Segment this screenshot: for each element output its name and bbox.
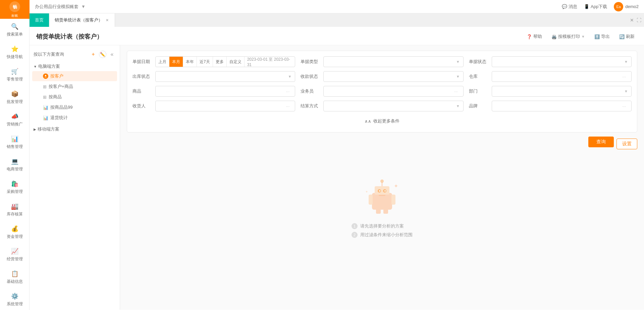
tree-group-mobile[interactable]: ▶ 移动端方案 xyxy=(30,125,120,134)
export-label: 导出 xyxy=(601,34,610,40)
tab-close-icon[interactable]: ✕ xyxy=(105,18,109,22)
sidebar-item-finance-label: 资金管理 xyxy=(7,234,23,240)
tree-group-desktop[interactable]: ▼ 电脑端方案 xyxy=(30,62,120,71)
tree-item-by-customer-goods[interactable]: ⊞ 按客户+商品 xyxy=(32,82,117,92)
sidebar-item-sales[interactable]: 📊 销售管理 xyxy=(0,131,29,154)
salesman-dots[interactable]: ··· xyxy=(452,89,460,94)
date-range-text: 2023-03-01 至 2023-03-31 xyxy=(245,57,295,67)
sidebar-item-sales-label: 销售管理 xyxy=(7,144,23,150)
brand-label: 品牌 xyxy=(469,103,489,109)
dropdown-icon[interactable]: ▼ xyxy=(81,4,86,9)
date-btn-last-month[interactable]: 上月 xyxy=(156,56,169,67)
by-goods99-label: 按商品品99 xyxy=(50,104,72,110)
out-status-control[interactable]: ▼ xyxy=(155,71,295,82)
finance-icon: 💰 xyxy=(11,225,18,232)
collapse-panel-btn[interactable]: « xyxy=(108,51,116,58)
out-status-arrow: ▼ xyxy=(288,74,291,79)
maximize-window-icon[interactable]: ⛶ xyxy=(637,17,641,23)
out-status-label: 出库状态 xyxy=(132,73,153,80)
date-btn-this-month[interactable]: 本月 xyxy=(169,56,183,67)
warehouse-label: 仓库 xyxy=(469,73,489,80)
settings-btn[interactable]: 设置 xyxy=(616,139,637,149)
print-dropdown-icon[interactable]: ▼ xyxy=(581,35,585,39)
topbar-left: 办公用品行业模拟账套 ▼ xyxy=(35,4,86,10)
sidebar-item-business[interactable]: 📈 经营管理 xyxy=(0,244,29,266)
warehouse-control[interactable]: ··· xyxy=(492,71,632,82)
date-quick-btns: 上月 本月 本年 近7天 更多 自定义 xyxy=(156,56,245,67)
export-btn[interactable]: ⬆️ 导出 xyxy=(592,32,612,41)
sidebar-item-inventory[interactable]: 🏭 库存核算 xyxy=(0,199,29,221)
sidebar-item-search[interactable]: 🔍 搜索菜单 xyxy=(0,19,29,41)
sidebar-item-ecommerce-label: 电商管理 xyxy=(7,166,23,172)
tip-num-2: 2 xyxy=(352,232,358,238)
doc-status-control[interactable]: ▼ xyxy=(492,56,632,67)
svg-point-14 xyxy=(377,198,380,201)
inventory-icon: 🏭 xyxy=(11,203,18,210)
filter-salesman: 业务员 ··· xyxy=(301,86,463,97)
sidebar-item-marketing[interactable]: 📣 营销推广 xyxy=(0,109,29,131)
messages-btn[interactable]: 💬 消息 xyxy=(562,4,577,10)
receive-status-control[interactable]: ▼ xyxy=(323,71,463,82)
ecommerce-icon: 💻 xyxy=(11,158,18,165)
sidebar-item-purchase[interactable]: 🛍️ 采购管理 xyxy=(0,176,29,199)
collapse-more-btn[interactable]: ∧∧ 收起更多条件 xyxy=(132,115,632,127)
sidebar-item-purchase-label: 采购管理 xyxy=(7,189,23,195)
sidebar-item-basic[interactable]: 📋 基础信息 xyxy=(0,266,29,289)
help-btn[interactable]: ❓ 帮助 xyxy=(524,32,545,41)
page-actions: ❓ 帮助 🖨️ 按模板打印 ▼ ⬆️ 导出 🔄 刷新 xyxy=(524,32,637,41)
sidebar-item-ecommerce[interactable]: 💻 电商管理 xyxy=(0,154,29,176)
svg-text:✦: ✦ xyxy=(365,190,368,194)
department-control[interactable]: ▼ xyxy=(492,86,632,97)
receiver-control[interactable]: ··· xyxy=(155,101,295,111)
settlement-control[interactable]: ▼ xyxy=(323,101,463,111)
user-profile[interactable]: Ea demo2 xyxy=(614,2,639,11)
export-icon: ⬆️ xyxy=(594,34,600,39)
messages-label: 消息 xyxy=(569,4,577,10)
tree-item-by-goods99[interactable]: 📊 按商品品99 xyxy=(32,102,117,112)
filter-receiver: 收货人 ··· xyxy=(132,101,295,111)
sidebar-item-wholesale[interactable]: 📦 批发管理 xyxy=(0,86,29,109)
warehouse-dots[interactable]: ··· xyxy=(620,74,628,79)
sidebar-item-finance[interactable]: 💰 资金管理 xyxy=(0,221,29,244)
date-btn-this-year[interactable]: 本年 xyxy=(183,56,197,67)
sidebar-item-quicknav[interactable]: ⭐ 快捷导航 xyxy=(0,41,29,64)
print-btn[interactable]: 🖨️ 按模板打印 ▼ xyxy=(549,32,588,41)
refresh-btn[interactable]: 🔄 刷新 xyxy=(616,32,637,41)
by-goods-label: 按商品 xyxy=(49,94,62,100)
query-btn[interactable]: 查询 xyxy=(588,137,614,147)
tab-home[interactable]: 首页 xyxy=(30,13,49,27)
help-label: 帮助 xyxy=(533,34,542,40)
brand-dots[interactable]: ··· xyxy=(620,104,628,109)
brand-control[interactable]: ··· xyxy=(492,101,632,111)
salesman-control[interactable]: ··· xyxy=(323,86,463,97)
receiver-dots[interactable]: ··· xyxy=(284,104,291,109)
tree-item-by-customer[interactable]: 按客户 xyxy=(32,71,117,81)
tree-item-return-stat[interactable]: 📊 退货统计 xyxy=(32,113,117,123)
doc-type-control[interactable]: ▼ xyxy=(323,56,463,67)
collapse-label: 收起更多条件 xyxy=(373,118,399,124)
purchase-icon: 🛍️ xyxy=(11,180,18,188)
sidebar-item-system[interactable]: ⚙️ 系统管理 xyxy=(0,289,29,310)
sidebar-item-inventory-label: 库存核算 xyxy=(7,211,23,217)
date-btn-custom[interactable]: 自定义 xyxy=(227,56,245,67)
date-range-control[interactable]: 上月 本月 本年 近7天 更多 自定义 2023-03-01 至 2023-03… xyxy=(155,56,295,67)
goods-dots[interactable]: ··· xyxy=(284,89,291,94)
date-btn-7days[interactable]: 近7天 xyxy=(197,56,213,67)
logo[interactable]: 畅 标账 xyxy=(0,0,30,19)
edit-scheme-btn[interactable]: ✏️ xyxy=(99,51,106,58)
date-btn-more[interactable]: 更多 xyxy=(213,56,227,67)
basic-icon: 📋 xyxy=(11,270,18,277)
close-window-icon[interactable]: ✕ xyxy=(630,17,634,23)
tree-item-by-goods[interactable]: ⊞ 按商品 xyxy=(32,92,117,102)
add-scheme-btn[interactable]: + xyxy=(90,51,97,58)
sidebar-item-retail[interactable]: 🛒 零售管理 xyxy=(0,64,29,86)
tree-group-mobile-label: 移动端方案 xyxy=(38,126,59,132)
empty-tip-1: 1 请先选择要分析的方案 xyxy=(352,223,413,229)
goods-control[interactable]: ··· xyxy=(155,86,295,97)
tab-sales-stat[interactable]: 销货单统计表（按客户） ✕ xyxy=(49,13,115,27)
by-goods-icon: ⊞ xyxy=(43,95,47,100)
app-download-btn[interactable]: 📱 App下载 xyxy=(584,4,607,10)
salesman-label: 业务员 xyxy=(301,88,321,94)
tip-num-1: 1 xyxy=(352,223,358,229)
settlement-label: 结算方式 xyxy=(301,103,321,109)
